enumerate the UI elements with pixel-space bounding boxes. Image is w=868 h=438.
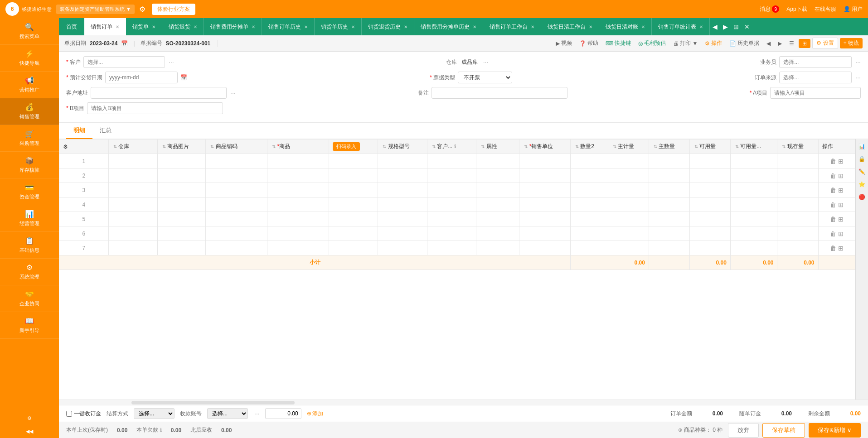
table-cell[interactable] (777, 212, 818, 226)
sidebar-settings-btn[interactable]: ⚙ (0, 412, 59, 425)
table-cell[interactable] (571, 241, 608, 255)
view-btn[interactable]: ▶ 视频 (553, 39, 575, 48)
calendar-icon[interactable]: 📅 (121, 40, 128, 47)
invoice-type-select[interactable]: 不开票 (458, 72, 512, 83)
table-cell[interactable] (329, 168, 378, 183)
table-cell[interactable] (378, 154, 427, 168)
table-cell[interactable] (108, 226, 158, 241)
table-cell[interactable] (730, 183, 777, 197)
table-cell[interactable] (649, 154, 689, 168)
table-cell[interactable] (730, 212, 777, 226)
right-panel-chart-btn[interactable]: 📊 (857, 141, 868, 152)
history-btn[interactable]: 📄 历史单据 (727, 39, 762, 48)
tab-close-expense-history[interactable]: ✕ (473, 24, 476, 29)
table-cell[interactable] (329, 241, 378, 255)
table-cell[interactable] (158, 226, 206, 241)
table-cell[interactable] (649, 197, 689, 212)
delivery-date-input[interactable] (105, 72, 178, 83)
sidebar-item-system[interactable]: ⚙ 系统管理 (0, 259, 59, 285)
grid-view-btn[interactable]: ☰ (786, 39, 797, 48)
profit-btn[interactable]: ◎ 毛利预估 (635, 39, 669, 48)
table-cell[interactable] (378, 241, 427, 255)
tab-next-btn[interactable]: ▶ (720, 23, 731, 30)
table-cell[interactable] (476, 168, 519, 183)
table-cell[interactable] (730, 154, 777, 168)
remarks-input[interactable] (432, 87, 567, 99)
table-cell[interactable] (777, 154, 818, 168)
table-cell[interactable] (267, 154, 329, 168)
table-cell[interactable] (608, 226, 649, 241)
table-cell[interactable] (206, 154, 267, 168)
settle-method-select[interactable]: 选择... (134, 408, 175, 419)
table-cell[interactable] (476, 212, 519, 226)
table-cell[interactable] (476, 241, 519, 255)
table-cell[interactable] (730, 197, 777, 212)
row-delete-btn[interactable]: 🗑 (830, 245, 836, 252)
tab-detail[interactable]: 明细 (66, 123, 92, 139)
th-warehouse[interactable]: ⇅ 仓库 (108, 140, 158, 154)
nav-left-btn[interactable]: ◀ (764, 39, 773, 48)
b-project-input[interactable] (87, 102, 223, 114)
table-cell[interactable] (378, 212, 427, 226)
sidebar-item-operations[interactable]: 📊 经营管理 (0, 205, 59, 232)
table-cell[interactable] (206, 226, 267, 241)
table-cell[interactable] (158, 197, 206, 212)
table-cell[interactable] (427, 197, 476, 212)
sidebar-item-finance[interactable]: 💳 资金管理 (0, 178, 59, 205)
customer-address-more-btn[interactable]: ··· (230, 89, 236, 96)
table-cell[interactable] (476, 226, 519, 241)
tab-order-history[interactable]: 销售订单历史 ✕ (262, 18, 315, 35)
a-project-input[interactable] (770, 87, 861, 99)
table-cell[interactable] (329, 154, 378, 168)
table-cell[interactable] (427, 154, 476, 168)
right-panel-lock-btn[interactable]: 🔒 (857, 154, 868, 164)
tab-order-stats[interactable]: 销售订单统计表 ✕ (652, 18, 710, 35)
table-cell[interactable] (329, 197, 378, 212)
right-panel-star-btn[interactable]: ⭐ (857, 179, 868, 190)
th-cust-code[interactable]: ⇅ 客户... ℹ (427, 140, 476, 154)
th-main-qty[interactable]: ⇅ 主数量 (649, 140, 689, 154)
table-cell[interactable] (689, 154, 730, 168)
expand-btn[interactable]: ⊞ (799, 39, 810, 48)
table-cell[interactable] (267, 168, 329, 183)
th-scan[interactable]: 扫码录入 (329, 140, 378, 154)
salesperson-more-btn[interactable]: ··· (855, 58, 861, 66)
tab-home[interactable]: 首页 (59, 18, 84, 35)
tab-goods-history[interactable]: 销货单历史 ✕ (315, 18, 362, 35)
sidebar-item-collab[interactable]: 🤝 企业协同 (0, 285, 59, 312)
th-qty2[interactable]: ⇅ 数量2 (571, 140, 608, 154)
sidebar-item-marketing[interactable]: 📢 营销推广 (0, 72, 59, 98)
table-cell[interactable] (689, 183, 730, 197)
table-cell[interactable] (571, 168, 608, 183)
th-unit[interactable]: ⇅ *销售单位 (519, 140, 571, 154)
tab-close-order-history[interactable]: ✕ (304, 24, 308, 29)
table-cell[interactable] (206, 212, 267, 226)
table-cell[interactable] (730, 226, 777, 241)
order-source-more-btn[interactable]: ··· (855, 74, 861, 81)
form-settings-btn[interactable]: ⚙ 设置 (812, 38, 838, 49)
row-copy-btn[interactable]: ⊞ (838, 230, 844, 237)
table-cell[interactable] (378, 168, 427, 183)
th-settings[interactable]: ⚙ (59, 140, 109, 154)
table-cell[interactable] (108, 154, 158, 168)
table-cell[interactable] (608, 154, 649, 168)
table-cell[interactable] (649, 226, 689, 241)
th-code[interactable]: ⇅ 商品编码 (206, 140, 267, 154)
table-cell[interactable] (649, 168, 689, 183)
salesperson-input[interactable] (779, 56, 852, 68)
table-cell[interactable] (427, 183, 476, 197)
row-delete-btn[interactable]: 🗑 (830, 201, 836, 208)
table-cell[interactable] (571, 212, 608, 226)
tab-return-history[interactable]: 销货退货历史 ✕ (362, 18, 414, 35)
delivery-date-calendar-icon[interactable]: 📅 (180, 74, 187, 81)
row-copy-btn[interactable]: ⊞ (838, 187, 844, 194)
table-cell[interactable] (608, 212, 649, 226)
table-cell[interactable] (206, 197, 267, 212)
tab-close-sales-goods[interactable]: ✕ (152, 24, 155, 29)
table-cell[interactable] (158, 183, 206, 197)
tab-close-sales-expense[interactable]: ✕ (252, 24, 255, 29)
ops-btn[interactable]: ⚙ 操作 (702, 39, 725, 48)
table-cell[interactable] (571, 226, 608, 241)
tab-close-return-history[interactable]: ✕ (404, 24, 407, 29)
tab-close-daily-reconcile[interactable]: ✕ (641, 24, 645, 29)
